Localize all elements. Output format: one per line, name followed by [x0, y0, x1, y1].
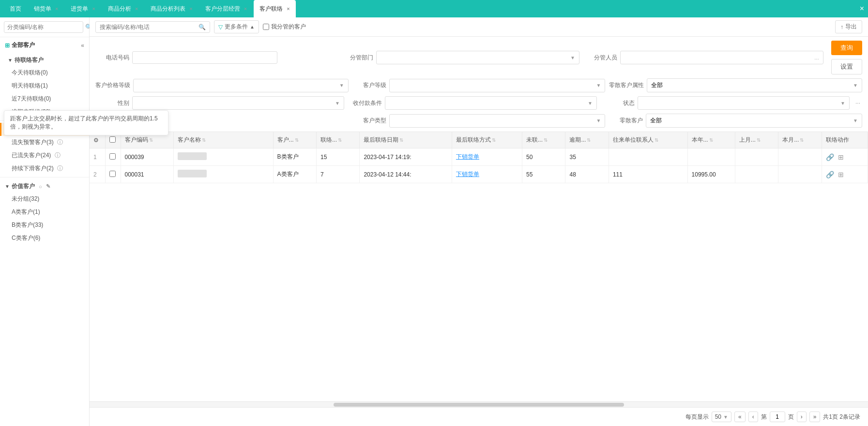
col-name-sort[interactable]: ⇅: [202, 137, 206, 143]
retail-attr-select[interactable]: 全部 ▼: [647, 78, 862, 92]
nav-analysis-close[interactable]: ×: [135, 6, 138, 12]
row2-last-method: 下销货单: [452, 166, 522, 183]
col-last-method-sort[interactable]: ⇅: [492, 137, 496, 143]
sidebar-item-churned[interactable]: 已流失客户(24) ⓘ: [0, 149, 89, 162]
sidebar-item-c-class[interactable]: C类客户(6): [0, 232, 89, 245]
sidebar-item-churn-warning[interactable]: 流失预警客户(3) ⓘ: [0, 136, 89, 149]
row1-contact-icon[interactable]: 🔗: [826, 153, 834, 161]
customer-type-select[interactable]: ▼: [389, 114, 606, 128]
advanced-filters: 电话号码 分管部门 ▼ 分管人员 …: [90, 37, 868, 132]
dept-select[interactable]: ▼: [376, 51, 579, 64]
row2-checkbox[interactable]: [109, 171, 116, 177]
col-overdue-sort[interactable]: ⇅: [587, 137, 591, 143]
row2-detail-icon[interactable]: ⊞: [838, 171, 844, 178]
col-un-contact-sort[interactable]: ⇅: [544, 137, 548, 143]
status-select[interactable]: ▼: [638, 96, 850, 110]
col-last-date-sort[interactable]: ⇅: [399, 137, 403, 143]
manager-chevron-icon: …: [814, 55, 819, 60]
col-lmonth-sort[interactable]: ⇅: [757, 137, 761, 143]
page-input[interactable]: [770, 411, 785, 422]
nav-analysis-list-close[interactable]: ×: [189, 6, 192, 12]
first-page-button[interactable]: «: [734, 411, 746, 422]
col-person-sort[interactable]: ⇅: [655, 137, 658, 143]
price-level-select[interactable]: ▼: [133, 79, 349, 92]
row1-lmonth: [735, 148, 778, 166]
row2-check[interactable]: [105, 166, 121, 183]
col-type-sort[interactable]: ⇅: [295, 137, 299, 143]
nav-customer-contact-close[interactable]: ×: [287, 6, 289, 12]
page-size-chevron-icon: ▼: [723, 414, 728, 420]
col-year-sort[interactable]: ⇅: [709, 137, 713, 143]
next-page-button[interactable]: ›: [797, 411, 807, 422]
nav-tab-customer-contact[interactable]: 客户联络 ×: [254, 0, 295, 17]
col-customer-type: 客户...⇅: [273, 132, 316, 148]
nav-analysis-list-label: 商品分析列表: [151, 5, 185, 13]
col-contact-sort[interactable]: ⇅: [338, 137, 342, 143]
search-input[interactable]: [100, 24, 197, 30]
filter-row-3: 性别 ▼ 收付款条件 ▼ 状态: [95, 96, 862, 110]
setting-button[interactable]: 设置: [831, 59, 862, 74]
query-button[interactable]: 查询: [831, 41, 862, 55]
scrollbar-thumb[interactable]: [334, 403, 624, 407]
retail-customer-select[interactable]: 全部 ▼: [646, 114, 862, 128]
horizontal-scrollbar[interactable]: [90, 401, 868, 407]
action-buttons: 查询 设置: [831, 41, 862, 74]
nav-purchase-close[interactable]: ×: [92, 6, 95, 12]
page-unit-label: 页: [788, 413, 794, 421]
search-icon[interactable]: 🔍: [198, 24, 206, 30]
sidebar-item-a-class[interactable]: A类客户(1): [0, 206, 89, 219]
page-size-select[interactable]: 50 ▼: [712, 411, 731, 422]
nav-tab-sales[interactable]: 销货单 ×: [28, 0, 64, 17]
col-tmonth-sort[interactable]: ⇅: [800, 137, 804, 143]
grid-icon: ⊞: [5, 42, 10, 49]
select-all-checkbox[interactable]: [109, 136, 116, 143]
nav-customer-layer-close[interactable]: ×: [244, 6, 247, 12]
sidebar-edit-icon[interactable]: ○: [39, 184, 42, 190]
col-code-sort[interactable]: ⇅: [149, 137, 153, 143]
tooltip-box: 距客户上次交易时长，超过了此客户的平均交易周期的1.5倍，则视为异常。: [4, 110, 168, 135]
sidebar-item-declining[interactable]: 持续下滑客户(2) ⓘ: [0, 162, 89, 175]
gender-select[interactable]: ▼: [132, 96, 344, 110]
nav-tab-home[interactable]: 首页: [4, 0, 27, 17]
manager-select[interactable]: …: [620, 51, 823, 64]
last-page-button[interactable]: »: [809, 411, 821, 422]
row1-detail-icon[interactable]: ⊞: [838, 153, 844, 161]
table-row: 2 000031 A类客户 7 2023-04-12 14:44: 下销货单 5…: [90, 166, 868, 183]
row2-overdue: 48: [565, 166, 609, 183]
row2-year: 10995.00: [687, 166, 735, 183]
customer-level-select[interactable]: ▼: [389, 79, 606, 92]
row2-last-date: 2023-04-12 14:44:: [360, 166, 452, 183]
page-size-value: 50: [715, 413, 721, 420]
my-customers-checkbox[interactable]: [263, 24, 269, 30]
payment-select[interactable]: ▼: [385, 96, 597, 110]
row1-check[interactable]: [105, 148, 121, 166]
nav-tab-purchase[interactable]: 进货单 ×: [65, 0, 101, 17]
filter-payment: 收付款条件 ▼: [348, 96, 597, 110]
sidebar-collapse-icon[interactable]: «: [81, 42, 84, 49]
price-level-label: 客户价格等级: [95, 81, 130, 89]
sidebar-item-today[interactable]: 今天待联络(0): [0, 66, 89, 79]
sidebar-item-b-class[interactable]: B类客户(33): [0, 219, 89, 232]
row1-person: [609, 148, 687, 166]
sidebar-search-input[interactable]: [4, 21, 83, 33]
more-dots-1[interactable]: ···: [853, 100, 862, 106]
nav-tab-customer-layer[interactable]: 客户分层经营 ×: [199, 0, 253, 17]
my-customers-checkbox-area[interactable]: 我分管的客户: [263, 23, 306, 31]
prev-page-button[interactable]: ‹: [748, 411, 758, 422]
sidebar-all-customers[interactable]: ⊞ 全部客户 «: [0, 37, 89, 53]
export-button[interactable]: ↑ 导出: [835, 20, 862, 33]
phone-input[interactable]: [132, 51, 277, 64]
nav-tab-analysis[interactable]: 商品分析 ×: [102, 0, 144, 17]
nav-tab-analysis-list[interactable]: 商品分析列表 ×: [145, 0, 198, 17]
nav-sales-close[interactable]: ×: [55, 6, 58, 12]
sidebar-group-value[interactable]: ▼ 价值客户 ○ ✎: [0, 179, 89, 192]
close-all-button[interactable]: ×: [860, 4, 864, 13]
row1-checkbox[interactable]: [109, 153, 116, 160]
sidebar-edit2-icon[interactable]: ✎: [46, 183, 50, 190]
sidebar-group-pending[interactable]: ▼ 待联络客户: [0, 53, 89, 66]
more-conditions-button[interactable]: ▽ 更多条件 ▲: [214, 20, 259, 33]
sidebar-item-ungrouped[interactable]: 未分组(32): [0, 192, 89, 206]
sidebar-item-tomorrow[interactable]: 明天待联络(1): [0, 79, 89, 92]
sidebar-item-7days[interactable]: 近7天待联络(0): [0, 92, 89, 105]
row2-contact-icon[interactable]: 🔗: [826, 171, 834, 178]
